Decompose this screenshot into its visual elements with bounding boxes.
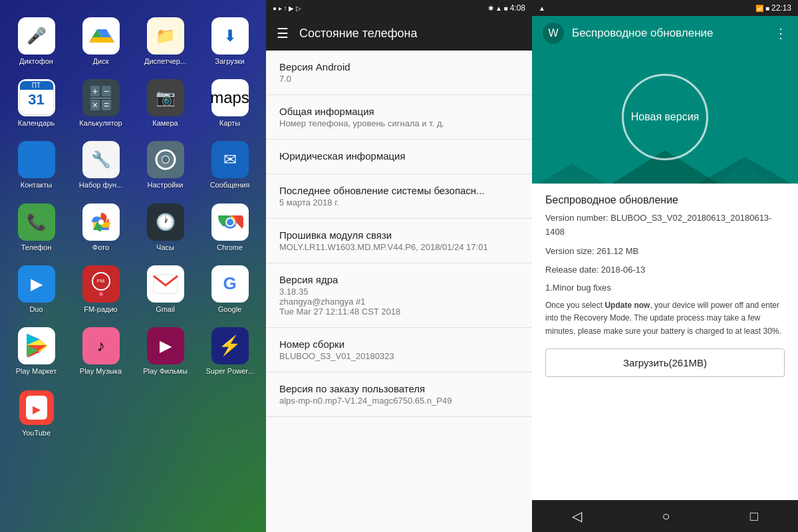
app-label-toolkit: Набор фун... — [79, 181, 122, 190]
status-item-title: Прошивка модуля связи — [279, 229, 519, 241]
status-item-title: Версия Android — [279, 61, 519, 72]
app-icon-maps: maps — [211, 79, 249, 116]
app-label-photos: Фото — [92, 243, 109, 252]
svg-point-15 — [227, 219, 233, 225]
app-item-maps[interactable]: mapsКарты — [200, 75, 259, 132]
status-icons-3: ▲ — [539, 5, 545, 12]
status-item-value: 5 марта 2018 г. — [279, 198, 519, 207]
app-icon-calculator: + − × = — [82, 79, 120, 116]
app-icon-gmail — [147, 265, 184, 303]
update-hero: Новая версия — [532, 51, 798, 184]
nav-home-button[interactable]: ○ — [648, 503, 683, 529]
app-item-drive[interactable]: Диск — [71, 13, 130, 70]
app-item-playmusic[interactable]: ♪Play Музыка — [71, 323, 130, 380]
nav-recent-button[interactable]: □ — [737, 503, 771, 529]
app-item-calculator[interactable]: + − × = Калькулятор — [71, 75, 130, 132]
app-item-fmradio[interactable]: FM FM-радио — [71, 261, 130, 318]
app-item-playmovies[interactable]: ▶Play Фильмы — [136, 323, 195, 380]
status-icons-2: ● ▸ ↑ ▶ ▷ — [273, 5, 301, 12]
app-item-messages[interactable]: ✉Сообщения — [200, 137, 259, 194]
status-item-title: Общая информация — [279, 106, 519, 117]
app-icon-superpower: ⚡ — [211, 327, 249, 364]
status-list-item[interactable]: Версия ядра3.18.35 zhangya@zhangya #1 Tu… — [266, 263, 532, 328]
download-button[interactable]: Загрузить(261MB) — [545, 348, 785, 377]
wireless-update-panel: ▲ 📶 ■ 22:13 W Беспроводное обновление ⋮ … — [532, 0, 798, 532]
app-item-chrome[interactable]: Chrome — [200, 200, 259, 256]
status-item-value: MOLY.LR11.W1603.MD.MP.V44.P6, 2018/01/24… — [279, 242, 519, 252]
update-notes: 1.Minor bug fixes — [545, 283, 785, 293]
app-label-settings: Настройки — [148, 181, 184, 190]
status-bar-3: ▲ 📶 ■ 22:13 — [532, 0, 798, 16]
status-list-item[interactable]: Общая информацияНомер телефона, уровень … — [266, 95, 532, 140]
more-options-icon[interactable]: ⋮ — [774, 25, 787, 41]
app-label-contacts: Контакты — [21, 181, 53, 190]
app-item-camera[interactable]: 📷Камера — [136, 75, 195, 132]
status-list-item[interactable]: Версия по заказу пользователяalps-mp-n0.… — [266, 372, 532, 417]
app-label-downloads: Загрузки — [215, 57, 244, 66]
status-list-item[interactable]: Юридическая информация — [266, 140, 532, 174]
phone-status-list[interactable]: Версия Android7.0Общая информацияНомер т… — [266, 51, 532, 532]
app-label-playmovies: Play Фильмы — [143, 367, 188, 376]
app-item-toolkit[interactable]: 🔧Набор фун... — [71, 137, 130, 194]
app-icon-photos — [82, 203, 120, 241]
status-bar-2: ● ▸ ↑ ▶ ▷ ✱ ▲ ■ 4:08 — [266, 0, 532, 16]
toolbar3-title: Беспроводное обновление — [572, 27, 766, 40]
app-item-duo[interactable]: ▶Duo — [7, 261, 66, 318]
app-icon-settings — [147, 141, 184, 178]
app-icon-dictaphone: 🎤 — [18, 17, 55, 55]
svg-rect-16 — [154, 275, 178, 293]
app-item-contacts[interactable]: 👤Контакты — [7, 137, 66, 194]
status-list-item[interactable]: Версия Android7.0 — [266, 51, 532, 95]
app-icon-messages: ✉ — [211, 141, 249, 178]
status-item-title: Версия по заказу пользователя — [279, 383, 519, 394]
app-label-duo: Duo — [29, 305, 43, 314]
app-item-superpower[interactable]: ⚡Super Power... — [200, 323, 259, 380]
svg-marker-28 — [539, 164, 605, 184]
svg-point-8 — [162, 156, 169, 163]
app-icon-playmovies: ▶ — [147, 327, 184, 364]
app-item-downloads[interactable]: ⬇Загрузки — [200, 13, 259, 70]
apps-grid: 🎤Диктофон Диск📁Диспетчер...⬇Загрузки ПТ … — [7, 13, 259, 442]
app-label-superpower: Super Power... — [205, 367, 253, 376]
nav-back-button[interactable]: ◁ — [559, 503, 595, 529]
app-label-messages: Сообщения — [210, 181, 250, 190]
status-time-2: 4:08 — [510, 3, 525, 13]
app-item-google[interactable]: GGoogle — [200, 261, 259, 318]
app-icon-google: G — [211, 265, 249, 303]
update-circle: Новая версия — [622, 74, 708, 160]
status-item-value: 7.0 — [279, 74, 519, 84]
status-list-item[interactable]: Последнее обновление системы безопасн...… — [266, 174, 532, 219]
status-item-title: Номер сборки — [279, 338, 519, 350]
app-item-youtube[interactable]: ▶ YouTube — [7, 385, 66, 442]
toolbar2-title: Состояние телефона — [299, 27, 418, 41]
app-label-dispatcher: Диспетчер... — [144, 57, 186, 66]
app-label-fmradio: FM-радио — [84, 305, 117, 314]
status-list-item[interactable]: Прошивка модуля связиMOLY.LR11.W1603.MD.… — [266, 219, 532, 263]
hamburger-icon[interactable]: ☰ — [277, 25, 289, 41]
app-item-playmarket[interactable]: Play Маркет — [7, 323, 66, 380]
app-item-dispatcher[interactable]: 📁Диспетчер... — [136, 13, 195, 70]
app-item-photos[interactable]: Фото — [71, 200, 130, 256]
app-label-calculator: Калькулятор — [79, 119, 122, 128]
app-label-playmarket: Play Маркет — [16, 367, 57, 376]
app-icon-downloads: ⬇ — [211, 17, 249, 55]
svg-marker-27 — [698, 157, 791, 184]
app-icon-contacts: 👤 — [18, 141, 55, 178]
update-warning: Once you select Update now, your device … — [545, 299, 785, 338]
app-item-gmail[interactable]: Gmail — [136, 261, 195, 318]
app-item-calendar[interactable]: ПТ 31 Календарь — [7, 75, 66, 132]
status-list-item[interactable]: Номер сборкиBLUBOO_S3_V01_20180323 — [266, 328, 532, 372]
nav-bar-3: ◁ ○ □ — [532, 500, 798, 532]
update-content: Беспроводное обновление Version number: … — [532, 184, 798, 500]
app-label-youtube: YouTube — [22, 429, 51, 438]
app-icon-youtube: ▶ — [18, 389, 55, 426]
app-item-phone[interactable]: 📞Телефон — [7, 200, 66, 256]
status-item-title: Последнее обновление системы безопасн... — [279, 185, 519, 196]
app-item-dictaphone[interactable]: 🎤Диктофон — [7, 13, 66, 70]
app-label-dictaphone: Диктофон — [19, 57, 53, 66]
app-item-clock[interactable]: 🕐Часы — [136, 200, 195, 256]
app-item-settings[interactable]: Настройки — [136, 137, 195, 194]
app-label-drive: Диск — [93, 57, 109, 66]
status-item-value: Номер телефона, уровень сигнала и т. д. — [279, 118, 519, 128]
app-icon-phone: 📞 — [18, 203, 55, 241]
